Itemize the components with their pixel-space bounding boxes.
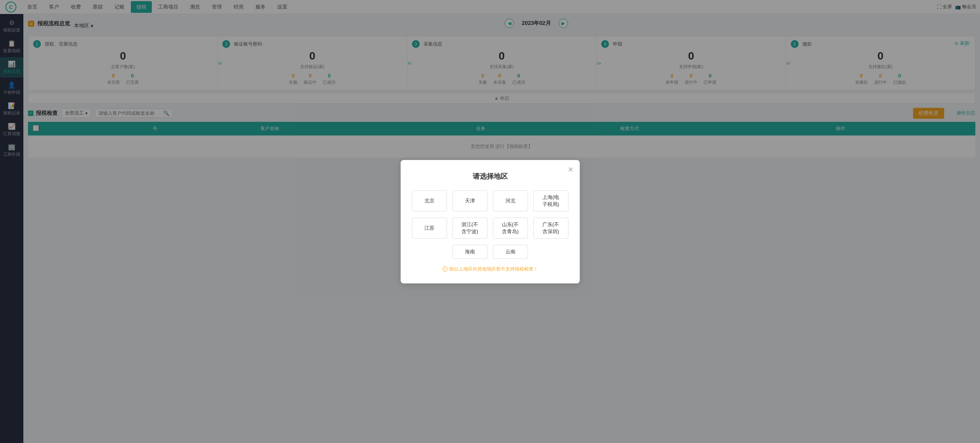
region-btn-河北[interactable]: 河北 [493, 190, 528, 211]
modal-warning: ! 除以上地区外其他地区暂不支持报税检查！ [412, 266, 568, 272]
modal-close-btn[interactable]: ✕ [568, 165, 574, 174]
region-btn-天津[interactable]: 天津 [452, 190, 487, 211]
modal-overlay[interactable]: ✕ 请选择地区 北京天津河北上海(电子税局)江苏浙江(不含宁波)山东(不含青岛)… [0, 0, 980, 443]
warning-icon: ! [442, 266, 448, 272]
region-btn-江苏[interactable]: 江苏 [412, 218, 447, 239]
region-btn-广东(不含深圳)[interactable]: 广东(不含深圳) [533, 218, 568, 239]
region-row: 江苏浙江(不含宁波)山东(不含青岛)广东(不含深圳) [412, 218, 568, 239]
warning-text: 除以上地区外其他地区暂不支持报税检查！ [449, 266, 538, 272]
region-grid: 北京天津河北上海(电子税局)江苏浙江(不含宁波)山东(不含青岛)广东(不含深圳)… [412, 190, 568, 259]
region-row: 海南云南 [412, 245, 568, 259]
region-btn-海南[interactable]: 海南 [452, 245, 487, 259]
region-modal: ✕ 请选择地区 北京天津河北上海(电子税局)江苏浙江(不含宁波)山东(不含青岛)… [401, 160, 580, 283]
region-btn-山东(不含青岛)[interactable]: 山东(不含青岛) [493, 218, 528, 239]
modal-title: 请选择地区 [412, 172, 568, 181]
region-btn-上海(电子税局)[interactable]: 上海(电子税局) [533, 190, 568, 211]
region-row: 北京天津河北上海(电子税局) [412, 190, 568, 211]
region-btn-浙江(不含宁波)[interactable]: 浙江(不含宁波) [452, 218, 487, 239]
region-btn-北京[interactable]: 北京 [412, 190, 447, 211]
region-btn-云南[interactable]: 云南 [493, 245, 528, 259]
